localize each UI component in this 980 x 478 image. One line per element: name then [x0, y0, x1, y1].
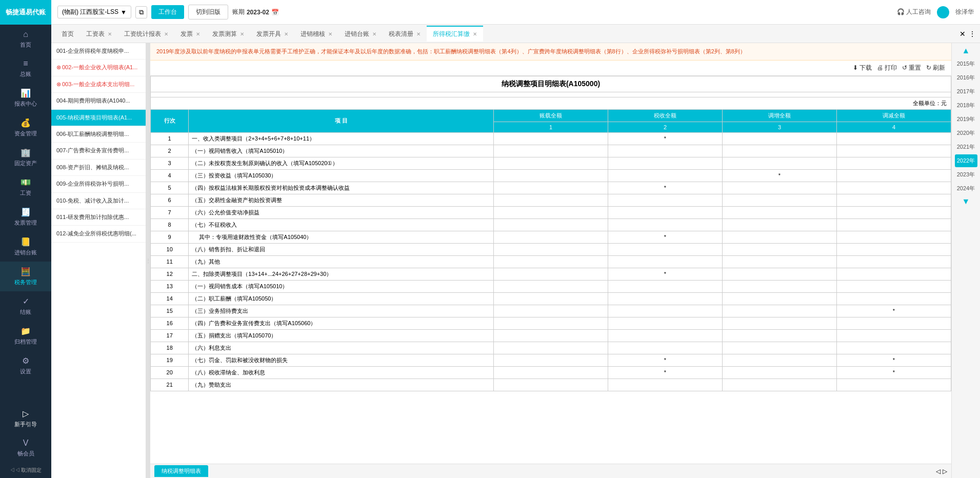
year-scroll-up[interactable]: ▲	[961, 45, 971, 56]
table-row-title: 纳税调整项目明细表(A105000)	[151, 76, 951, 92]
col-header-shuishou: 税收全额	[608, 109, 722, 122]
table-row-header: 行次 项 目 账载全额 税收全额 调增全额 调减全额	[151, 109, 951, 122]
calendar-icon[interactable]: 📅	[271, 9, 279, 16]
old-version-button[interactable]: 切到旧版	[188, 5, 228, 19]
year-2019[interactable]: 2019年	[955, 113, 977, 126]
tab-invoice[interactable]: 发票✕	[174, 26, 206, 42]
row-item: （五）捐赠支出（填写A105070）	[189, 329, 494, 342]
more-tabs-button[interactable]: ⋮	[969, 30, 976, 38]
left-panel-item-002[interactable]: ⊗002-一般企业收入明细表(A1...	[51, 59, 146, 76]
sidebar: 畅捷通易代账 ⌂ 首页 ≡ 总账 📊 报表中心 💰 资金管理 🏢 固定资产 💵 …	[0, 0, 51, 478]
year-2022[interactable]: 2022年	[955, 154, 977, 167]
left-panel-item-008[interactable]: 008-资产折旧、摊销及纳税...	[51, 160, 146, 176]
left-panel-item-004[interactable]: 004-期间费用明细表(A1040...	[51, 93, 146, 109]
sidebar-item-close[interactable]: ✓ 结账	[0, 291, 51, 321]
company-selector[interactable]: (物副) 江西股宝-LSS ▼	[57, 6, 131, 18]
bottom-tab-tax-adjust[interactable]: 纳税调整明细表	[154, 465, 208, 477]
tab-sales-ledger[interactable]: 进销台账✕	[338, 26, 383, 42]
row-item: 一、收入类调整项目（2+3+4+5+6+7+8+10+11）	[189, 132, 494, 145]
service-button[interactable]: 🎧 人工咨询	[897, 8, 931, 16]
refresh-button[interactable]: ↻ 刷新	[926, 64, 945, 72]
row-item: （四）广告费和业务宣传费支出（填写A105060）	[189, 317, 494, 329]
copy-icon[interactable]: ⧉	[135, 6, 147, 18]
chevron-down-icon: ▼	[121, 9, 127, 16]
table-title: 纳税调整项目明细表(A105000)	[151, 76, 951, 92]
tab-close-income-tax[interactable]: ✕	[473, 31, 477, 37]
download-button[interactable]: ⬇ 下载	[853, 64, 872, 72]
sidebar-item-home[interactable]: ⌂ 首页	[0, 25, 51, 54]
row-item: （七）不征税收入	[189, 218, 494, 231]
close-all-tabs-button[interactable]: ✕	[959, 30, 966, 38]
col-subheader-3: 3	[722, 122, 836, 132]
topbar-right: 🎧 人工咨询 徐泽华	[897, 6, 974, 18]
tab-home[interactable]: 首页	[55, 26, 80, 42]
sidebar-item-archive[interactable]: 📁 归档管理	[0, 321, 51, 351]
table-row: 13 （一）视同销售成本（填写A105010）	[151, 280, 951, 292]
reset-button[interactable]: ↺ 重置	[902, 64, 921, 72]
table-area[interactable]: 纳税调整项目明细表(A105000) 全额单位：元 行次	[150, 76, 951, 464]
year-2021[interactable]: 2021年	[955, 141, 977, 153]
sidebar-item-funds[interactable]: 💰 资金管理	[0, 113, 51, 143]
left-panel-item-009[interactable]: 009-企业所得税弥补亏损明...	[51, 176, 146, 192]
tab-close-salary[interactable]: ✕	[108, 31, 112, 37]
year-2016[interactable]: 2016年	[955, 71, 977, 84]
tab-salary[interactable]: 工资表✕	[80, 26, 118, 42]
company-name: (物副) 江西股宝-LSS	[62, 8, 118, 16]
settings-icon: ⚙	[22, 356, 29, 366]
print-button[interactable]: 🖨 打印	[877, 64, 897, 72]
left-panel-item-012[interactable]: 012-减免企业所得税优惠明细(...	[51, 226, 146, 242]
left-panel-item-001[interactable]: 001-企业所得税年度纳税申...	[51, 43, 146, 59]
scroll-right-icon[interactable]: ▷	[943, 468, 947, 475]
sidebar-item-salary[interactable]: 💵 工资	[0, 172, 51, 202]
left-panel-item-006[interactable]: 006-职工薪酬纳税调整明细...	[51, 126, 146, 143]
topbar: (物副) 江西股宝-LSS ▼ ⧉ 工作台 切到旧版 账期 2023-02 📅 …	[51, 0, 980, 25]
sidebar-item-settings[interactable]: ⚙ 设置	[0, 351, 51, 381]
resize-handle[interactable]: ⋮	[146, 43, 150, 478]
content-area: 001-企业所得税年度纳税申... ⊗002-一般企业收入明细表(A1... ⊗…	[51, 43, 980, 478]
tab-salary-report[interactable]: 工资统计报表✕	[118, 26, 174, 42]
scroll-left-icon[interactable]: ◁	[936, 468, 941, 475]
left-panel-item-010[interactable]: 010-免税、减计收入及加计...	[51, 193, 146, 209]
sidebar-item-general[interactable]: ≡ 总账	[0, 54, 51, 83]
tab-tax-list[interactable]: 税表清册✕	[383, 26, 427, 42]
workbench-button[interactable]: 工作台	[151, 5, 184, 19]
year-2023[interactable]: 2023年	[955, 168, 977, 181]
tab-close-invoice-open[interactable]: ✕	[284, 31, 288, 37]
sidebar-item-member[interactable]: V 畅会员	[0, 433, 51, 463]
sidebar-item-ledger[interactable]: 📒 进销台账	[0, 232, 51, 262]
row-e[interactable]	[722, 132, 836, 145]
tab-invoice-open[interactable]: 发票开具✕	[250, 26, 294, 42]
year-2018[interactable]: 2018年	[955, 99, 977, 112]
unpin-button[interactable]: ◁◁ 取消固定	[0, 463, 51, 478]
year-2024[interactable]: 2024年	[955, 182, 977, 195]
row-c[interactable]	[493, 132, 608, 145]
year-scroll-down[interactable]: ▼	[961, 196, 971, 207]
tab-close-invoice-calc[interactable]: ✕	[240, 31, 244, 37]
year-2015[interactable]: 2015年	[955, 57, 977, 70]
tab-income-tax[interactable]: 所得税汇算缴✕	[427, 26, 483, 42]
col-header-zhangzai: 账载全额	[493, 109, 608, 122]
year-2020[interactable]: 2020年	[955, 127, 977, 140]
tab-close-invoice[interactable]: ✕	[196, 31, 200, 37]
row-f[interactable]	[836, 132, 951, 145]
left-panel-item-007[interactable]: 007-广告费和业务宣传费明...	[51, 143, 146, 159]
sidebar-item-assets[interactable]: 🏢 固定资产	[0, 143, 51, 172]
row-d[interactable]: *	[608, 132, 722, 145]
tab-sales-audit[interactable]: 进销稽核✕	[294, 26, 338, 42]
sidebar-item-tax[interactable]: 🧮 税务管理	[0, 262, 51, 291]
row-item: （九）其他	[189, 255, 494, 268]
left-panel-item-003[interactable]: ⊗003-一般企业成本支出明细...	[51, 76, 146, 93]
year-panel: ▲ 2015年 2016年 2017年 2018年 2019年 2020年 20…	[951, 43, 980, 478]
sidebar-item-invoice[interactable]: 🧾 发票管理	[0, 202, 51, 232]
tab-invoice-calc[interactable]: 发票测算✕	[206, 26, 250, 42]
tab-close-sales-audit[interactable]: ✕	[328, 31, 332, 37]
sidebar-item-guide[interactable]: ▷ 新手引导	[0, 404, 51, 433]
left-panel-item-011[interactable]: 011-研发费用加计扣除优惠...	[51, 209, 146, 226]
year-2017[interactable]: 2017年	[955, 85, 977, 98]
tab-close-tax-list[interactable]: ✕	[416, 31, 421, 37]
left-panel-item-005[interactable]: 005-纳税调整项目明细表(A1...	[51, 110, 146, 126]
tab-close-salary-report[interactable]: ✕	[164, 31, 168, 37]
tabbar: 首页 工资表✕ 工资统计报表✕ 发票✕ 发票测算✕ 发票开具✕ 进销稽核✕ 进销…	[51, 25, 980, 43]
tab-close-sales-ledger[interactable]: ✕	[372, 31, 376, 37]
sidebar-item-reports[interactable]: 📊 报表中心	[0, 83, 51, 113]
